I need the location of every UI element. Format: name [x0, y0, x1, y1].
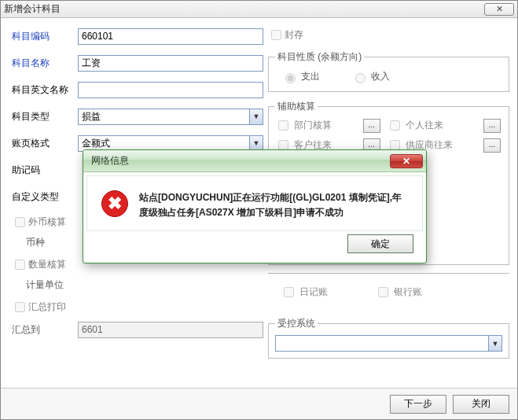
label-ledger-format: 账页格式 [12, 137, 78, 150]
aux-vendor-more-button[interactable]: ... [483, 138, 501, 153]
label-code: 科目编码 [12, 30, 78, 43]
aux-dept[interactable]: 部门核算 [275, 118, 358, 133]
aux-legend: 辅助核算 [275, 100, 318, 113]
foreign-currency-checkbox[interactable] [15, 217, 25, 227]
name-input[interactable] [78, 55, 263, 72]
aux-person[interactable]: 个人往来 [387, 118, 479, 133]
label-name: 科目名称 [12, 57, 78, 70]
footer: 下一步 关闭 [1, 388, 517, 419]
chevron-down-icon: ▼ [249, 109, 263, 124]
error-icon: ✖ [101, 190, 128, 217]
close-icon: ✕ [496, 4, 503, 14]
ledger-fieldset: 日记账 银行账 [268, 273, 509, 309]
radio-out-label[interactable]: 支出 [281, 70, 320, 83]
window-title: 新增会计科目 [4, 2, 61, 16]
sum-to-input[interactable] [78, 322, 263, 338]
en-name-input[interactable] [78, 82, 263, 98]
nature-legend: 科目性质 (余额方向) [275, 50, 364, 64]
label-quantity: 数量核算 [28, 258, 66, 271]
close-icon: ✕ [402, 156, 410, 167]
label-summary-print: 汇总打印 [28, 300, 66, 314]
dialog-footer: 确定 [83, 234, 426, 263]
error-dialog: 网络信息 ✕ ✖ 站点[DONGYUCHUN]正在运行功能[(GL)GL0201… [83, 149, 427, 263]
controlled-system-fieldset: 受控系统 ▼ [268, 317, 509, 359]
label-foreign-currency: 外币核算 [28, 216, 66, 229]
label-seal: 封存 [285, 28, 303, 42]
next-button[interactable]: 下一步 [390, 395, 446, 414]
label-sum-to: 汇总到 [12, 323, 78, 337]
radio-out-text: 支出 [301, 70, 320, 83]
type-select[interactable]: 损益 ▼ [78, 109, 263, 125]
journal-label[interactable]: 日记账 [281, 285, 328, 300]
ledger-format-value: 金额式 [82, 137, 110, 150]
radio-out[interactable] [285, 73, 296, 83]
dialog-titlebar: 网络信息 ✕ [83, 150, 426, 172]
radio-in-text: 收入 [371, 70, 390, 83]
label-custom-type: 自定义类型 [12, 190, 78, 204]
bank-label[interactable]: 银行账 [375, 285, 422, 300]
type-value: 损益 [82, 110, 101, 123]
quantity-checkbox[interactable] [15, 260, 25, 270]
aux-person-checkbox[interactable] [390, 120, 400, 131]
label-type: 科目类型 [12, 110, 78, 123]
close-button[interactable]: 关闭 [453, 395, 509, 414]
window-close-button[interactable]: ✕ [484, 3, 514, 16]
dialog-body: ✖ 站点[DONGYUCHUN]正在运行功能[(GL)GL0201 填制凭证],… [86, 175, 423, 231]
dialog-title: 网络信息 [91, 154, 129, 168]
seal-checkbox[interactable] [271, 30, 281, 40]
summary-print-checkbox[interactable] [15, 302, 25, 312]
dialog-close-button[interactable]: ✕ [390, 154, 423, 168]
label-en-name: 科目英文名称 [12, 83, 78, 97]
radio-in[interactable] [355, 73, 366, 83]
bank-checkbox[interactable] [378, 287, 388, 297]
journal-checkbox[interactable] [284, 287, 294, 297]
nature-fieldset: 科目性质 (余额方向) 支出 收入 [268, 50, 509, 92]
aux-dept-checkbox[interactable] [278, 120, 288, 131]
label-mnemonic: 助记码 [12, 164, 78, 177]
aux-dept-more-button[interactable]: ... [363, 119, 380, 133]
code-input[interactable] [78, 28, 263, 45]
chevron-down-icon: ▼ [249, 136, 263, 151]
radio-in-label[interactable]: 收入 [351, 70, 390, 83]
dialog-ok-button[interactable]: 确定 [347, 234, 413, 253]
controlled-system-select[interactable]: ▼ [275, 335, 502, 352]
label-unit: 计量单位 [26, 278, 263, 292]
chevron-down-icon: ▼ [488, 336, 501, 351]
titlebar: 新增会计科目 ✕ [1, 1, 517, 18]
aux-person-more-button[interactable]: ... [483, 119, 501, 133]
dialog-message: 站点[DONGYUCHUN]正在运行功能[(GL)GL0201 填制凭证],年度… [139, 190, 408, 219]
controlled-system-legend: 受控系统 [275, 317, 318, 330]
